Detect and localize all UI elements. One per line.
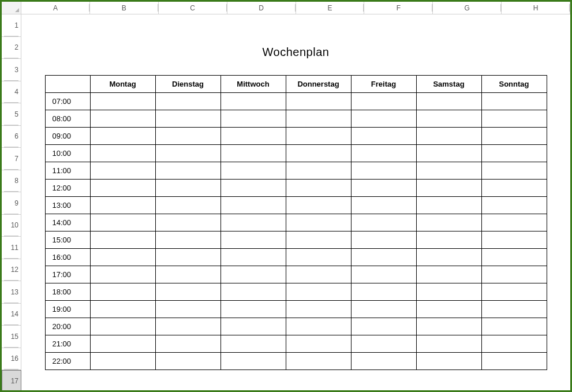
plan-cell[interactable] (220, 249, 286, 266)
plan-cell[interactable] (416, 110, 481, 128)
sheet-canvas[interactable]: Wochenplan Montag Dienstag Mittwoch Donn… (21, 14, 570, 390)
plan-cell[interactable] (286, 283, 351, 301)
plan-cell[interactable] (90, 110, 155, 128)
plan-cell[interactable] (481, 180, 547, 197)
plan-cell[interactable] (286, 110, 351, 128)
plan-cell[interactable] (416, 318, 481, 335)
plan-cell[interactable] (481, 93, 547, 110)
plan-cell[interactable] (220, 110, 286, 128)
plan-cell[interactable] (90, 180, 155, 197)
plan-cell[interactable] (351, 335, 416, 353)
plan-cell[interactable] (416, 335, 481, 353)
row-header[interactable]: 5 (2, 103, 21, 126)
plan-cell[interactable] (90, 301, 155, 318)
row-header[interactable]: 10 (2, 215, 21, 237)
plan-cell[interactable] (220, 145, 286, 162)
plan-cell[interactable] (155, 232, 220, 249)
plan-cell[interactable] (220, 93, 286, 110)
plan-cell[interactable] (286, 145, 351, 162)
plan-cell[interactable] (155, 249, 220, 266)
plan-cell[interactable] (416, 301, 481, 318)
plan-cell[interactable] (286, 353, 351, 370)
row-header[interactable]: 3 (2, 59, 21, 81)
plan-cell[interactable] (155, 214, 220, 232)
column-header[interactable]: A (21, 2, 90, 14)
plan-cell[interactable] (416, 180, 481, 197)
column-header[interactable]: B (90, 2, 159, 14)
plan-cell[interactable] (220, 335, 286, 353)
row-header[interactable]: 14 (2, 304, 21, 326)
plan-cell[interactable] (90, 335, 155, 353)
plan-cell[interactable] (351, 162, 416, 180)
plan-cell[interactable] (416, 232, 481, 249)
row-header[interactable]: 8 (2, 170, 21, 193)
plan-cell[interactable] (416, 266, 481, 283)
plan-cell[interactable] (481, 249, 547, 266)
plan-cell[interactable] (286, 128, 351, 145)
column-header[interactable]: F (364, 2, 433, 14)
column-header[interactable]: D (227, 2, 296, 14)
plan-cell[interactable] (155, 180, 220, 197)
plan-cell[interactable] (416, 353, 481, 370)
plan-cell[interactable] (416, 162, 481, 180)
plan-cell[interactable] (220, 197, 286, 214)
plan-cell[interactable] (286, 249, 351, 266)
time-cell[interactable]: 16:00 (45, 249, 90, 266)
plan-cell[interactable] (481, 110, 547, 128)
plan-cell[interactable] (155, 197, 220, 214)
plan-cell[interactable] (481, 283, 547, 301)
plan-cell[interactable] (286, 232, 351, 249)
column-header[interactable]: G (433, 2, 502, 14)
plan-cell[interactable] (286, 93, 351, 110)
plan-cell[interactable] (220, 162, 286, 180)
plan-cell[interactable] (220, 180, 286, 197)
plan-cell[interactable] (481, 197, 547, 214)
plan-cell[interactable] (416, 197, 481, 214)
plan-cell[interactable] (351, 180, 416, 197)
plan-cell[interactable] (220, 283, 286, 301)
plan-cell[interactable] (416, 93, 481, 110)
row-header[interactable]: 7 (2, 148, 21, 170)
plan-cell[interactable] (155, 128, 220, 145)
plan-cell[interactable] (481, 318, 547, 335)
row-header[interactable]: 2 (2, 37, 21, 59)
plan-cell[interactable] (481, 145, 547, 162)
plan-cell[interactable] (90, 266, 155, 283)
plan-cell[interactable] (286, 197, 351, 214)
plan-cell[interactable] (155, 283, 220, 301)
time-cell[interactable]: 14:00 (45, 214, 90, 232)
plan-cell[interactable] (286, 318, 351, 335)
time-cell[interactable]: 20:00 (45, 318, 90, 335)
plan-cell[interactable] (155, 145, 220, 162)
plan-cell[interactable] (220, 318, 286, 335)
plan-cell[interactable] (416, 145, 481, 162)
plan-cell[interactable] (155, 93, 220, 110)
plan-cell[interactable] (481, 162, 547, 180)
plan-cell[interactable] (90, 232, 155, 249)
plan-cell[interactable] (416, 283, 481, 301)
plan-cell[interactable] (481, 301, 547, 318)
plan-cell[interactable] (220, 353, 286, 370)
plan-cell[interactable] (416, 128, 481, 145)
plan-cell[interactable] (90, 353, 155, 370)
plan-cell[interactable] (481, 335, 547, 353)
plan-cell[interactable] (416, 249, 481, 266)
row-header[interactable]: 4 (2, 81, 21, 104)
time-cell[interactable]: 08:00 (45, 110, 90, 128)
plan-cell[interactable] (90, 93, 155, 110)
time-cell[interactable]: 10:00 (45, 145, 90, 162)
plan-cell[interactable] (90, 214, 155, 232)
plan-cell[interactable] (90, 197, 155, 214)
plan-cell[interactable] (351, 232, 416, 249)
plan-cell[interactable] (286, 180, 351, 197)
row-header[interactable]: 17 (2, 370, 21, 392)
plan-cell[interactable] (220, 128, 286, 145)
plan-cell[interactable] (351, 301, 416, 318)
plan-cell[interactable] (220, 301, 286, 318)
plan-cell[interactable] (351, 145, 416, 162)
plan-cell[interactable] (481, 353, 547, 370)
plan-cell[interactable] (416, 214, 481, 232)
time-cell[interactable]: 11:00 (45, 162, 90, 180)
row-header[interactable]: 9 (2, 192, 21, 215)
row-header[interactable]: 1 (2, 14, 21, 37)
